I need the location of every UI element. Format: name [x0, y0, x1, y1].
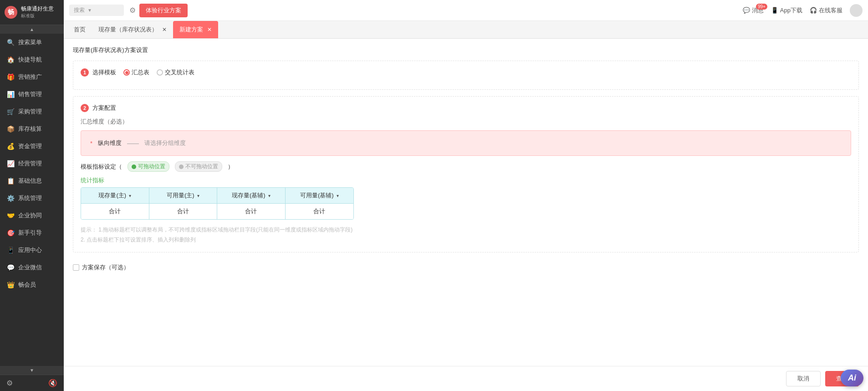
required-mark: *: [90, 140, 92, 147]
search-menu-icon: 🔍: [6, 38, 15, 46]
app-center-icon: 📱: [6, 246, 15, 254]
inventory-icon: 📦: [6, 125, 15, 133]
col-aux-available[interactable]: 可用量(基辅) ▾: [286, 188, 354, 203]
app-download-item[interactable]: 📱 App下载: [771, 6, 802, 15]
summary-dim-label: 汇总维度（必选）: [81, 118, 851, 126]
wechat-icon: 💬: [6, 263, 15, 272]
sidebar-item-marketing[interactable]: 🎁 营销推广: [0, 68, 64, 86]
purchase-icon: 🛒: [6, 108, 15, 116]
tips-section: 提示： 1.拖动标题栏可以调整布局，不可跨维度或指标区域拖动栏目字段(只能在同一…: [81, 225, 851, 245]
section1-num: 1: [81, 68, 89, 77]
sidebar-item-quick-nav[interactable]: 🏠 快捷导航: [0, 51, 64, 68]
section2-header: 2 方案配置: [81, 104, 851, 112]
indicator-settings: 模板指标设定（ 可拖动位置 不可拖动位置 ）: [81, 161, 851, 172]
sidebar-scroll-up[interactable]: ▲: [0, 25, 64, 34]
cell-aux-available: 合计: [286, 204, 354, 219]
sidebar-item-enterprise[interactable]: 🤝 企业协同: [0, 207, 64, 224]
cancel-button[interactable]: 取消: [786, 371, 821, 386]
messages-badge: 99+: [756, 4, 767, 10]
sidebar-item-sales[interactable]: 📊 销售管理: [0, 86, 64, 103]
sidebar-item-sys-mgmt[interactable]: ⚙️ 系统管理: [0, 190, 64, 207]
search-dropdown-icon: ▼: [87, 8, 92, 13]
volume-icon[interactable]: 🔇: [48, 379, 57, 387]
logo-icon: 畅: [5, 6, 17, 19]
sidebar-logo: 畅 畅康通好生意 标准版: [0, 0, 64, 25]
sidebar-item-base-info[interactable]: 📋 基础信息: [0, 172, 64, 190]
sidebar-item-app-center[interactable]: 📱 应用中心: [0, 242, 64, 259]
sidebar-item-new-guide[interactable]: 🎯 新手引导: [0, 224, 64, 242]
save-checkbox-row: 方案保存（可选）: [73, 259, 859, 276]
tab-new-plan[interactable]: 新建方案 ✕: [173, 21, 219, 38]
cell-main-stock: 合计: [81, 204, 149, 219]
stats-table: 现存量(主) ▾ 可用量(主) ▾ 现存量(基辅) ▾ 可用量(基辅): [81, 187, 354, 220]
radio-summary[interactable]: 汇总表: [123, 68, 149, 77]
search-area[interactable]: 搜索 ▼: [69, 5, 124, 16]
radio-cross-circle: [157, 69, 163, 76]
sales-icon: 📊: [6, 90, 15, 98]
tab-new-plan-close-icon[interactable]: ✕: [207, 26, 212, 33]
sidebar-item-inventory[interactable]: 📦 库存核算: [0, 120, 64, 138]
stats-label: 统计指标: [81, 176, 851, 185]
stats-section: 统计指标 现存量(主) ▾ 可用量(主) ▾ 现存量(基辅): [81, 176, 851, 220]
topbar-right: 💬 消息 99+ 📱 App下载 🎧 在线客服: [743, 4, 863, 17]
footer-bar: 取消 查询: [64, 366, 868, 391]
col-main-stock[interactable]: 现存量(主) ▾: [81, 188, 149, 203]
new-guide-icon: 🎯: [6, 229, 15, 237]
save-checkbox[interactable]: [73, 264, 79, 271]
section-config: 2 方案配置 汇总维度（必选） * 纵向维度 —— 请选择分组维度 模板指标设定…: [73, 96, 859, 252]
marketing-icon: 🎁: [6, 73, 15, 81]
logo-text: 畅康通好生意 标准版: [21, 5, 54, 19]
stats-table-header: 现存量(主) ▾ 可用量(主) ▾ 现存量(基辅) ▾ 可用量(基辅): [81, 188, 353, 203]
dim-placeholder[interactable]: 请选择分组维度: [144, 139, 186, 147]
sidebar-item-purchase[interactable]: 🛒 采购管理: [0, 103, 64, 120]
sidebar-item-finance[interactable]: 💰 资金管理: [0, 138, 64, 155]
user-avatar[interactable]: [850, 4, 863, 17]
page-title: 现存量(库存状况表)方案设置: [73, 46, 859, 54]
sidebar-scroll-down[interactable]: ▼: [0, 366, 64, 375]
col-main-available[interactable]: 可用量(主) ▾: [149, 188, 218, 203]
tabbar: 首页 现存量（库存状况表） ✕ 新建方案 ✕: [64, 21, 868, 39]
sidebar-item-vip[interactable]: 👑 畅会员: [0, 276, 64, 293]
enterprise-icon: 🤝: [6, 211, 15, 220]
vip-icon: 👑: [6, 281, 15, 289]
trial-button[interactable]: 体验行业方案: [139, 4, 188, 17]
col-aux-stock[interactable]: 现存量(基辅) ▾: [217, 188, 286, 203]
ai-badge[interactable]: Ai: [841, 370, 863, 386]
headset-icon: 🎧: [810, 7, 817, 14]
save-checkbox-label: 方案保存（可选）: [82, 263, 129, 272]
non-draggable-badge: 不可拖动位置: [175, 161, 222, 172]
sidebar-item-operation[interactable]: 📈 经营管理: [0, 155, 64, 172]
sidebar-item-search-menu[interactable]: 🔍 搜索菜单: [0, 34, 64, 51]
dimension-area: * 纵向维度 —— 请选择分组维度: [81, 130, 851, 156]
vertical-dim-label: 纵向维度: [98, 139, 122, 147]
col-main-stock-chevron: ▾: [129, 193, 131, 198]
sys-mgmt-icon: ⚙️: [6, 194, 15, 202]
online-service-item[interactable]: 🎧 在线客服: [810, 6, 842, 15]
tip-2: 2. 点击标题栏下拉可设置排序、插入列和删除列: [81, 235, 851, 245]
finance-icon: 💰: [6, 142, 15, 150]
draggable-badge: 可拖动位置: [128, 161, 169, 172]
gear-icon[interactable]: ⚙: [129, 6, 136, 15]
radio-cross[interactable]: 交叉统计表: [157, 68, 194, 77]
tab-inventory-status[interactable]: 现存量（库存状况表） ✕: [92, 21, 173, 38]
indicator-suffix: ）: [228, 163, 234, 171]
tab-inventory-close-icon[interactable]: ✕: [162, 26, 167, 33]
settings-icon[interactable]: ⚙: [6, 379, 13, 387]
sidebar: 畅 畅康通好生意 标准版 ▲ 🔍 搜索菜单 🏠 快捷导航 🎁 营销推广 📊 销售…: [0, 0, 64, 391]
base-info-icon: 📋: [6, 177, 15, 185]
col-aux-stock-chevron: ▾: [268, 193, 271, 198]
messages-item[interactable]: 💬 消息 99+: [743, 6, 764, 15]
app-download-icon: 📱: [771, 7, 778, 14]
content-area: 现存量(库存状况表)方案设置 1 选择模板 汇总表 交叉统计表: [64, 39, 868, 391]
cell-aux-stock: 合计: [217, 204, 286, 219]
tab-home[interactable]: 首页: [67, 21, 92, 38]
sidebar-footer: ⚙ 🔇: [0, 375, 64, 391]
message-icon: 💬: [743, 7, 750, 14]
operation-icon: 📈: [6, 159, 15, 168]
section2-num: 2: [81, 104, 89, 112]
sidebar-item-wechat[interactable]: 💬 企业微信: [0, 259, 64, 276]
section1-header: 1 选择模板 汇总表 交叉统计表: [81, 68, 851, 77]
dimension-row: * 纵向维度 —— 请选择分组维度: [90, 139, 842, 147]
topbar: 搜索 ▼ ⚙ 体验行业方案 💬 消息 99+ 📱 App下载 🎧 在线客服: [64, 0, 868, 21]
col-main-available-chevron: ▾: [197, 193, 199, 198]
